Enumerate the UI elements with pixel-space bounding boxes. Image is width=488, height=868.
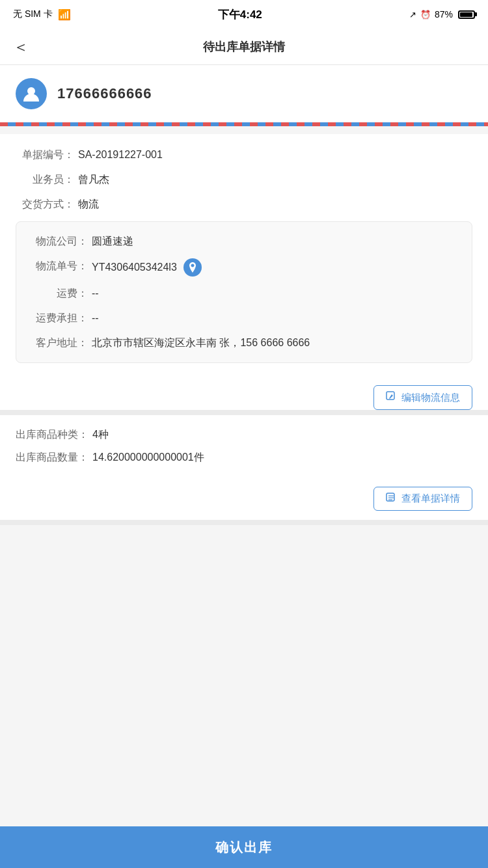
gray-separator <box>0 410 488 415</box>
alarm-icon: ⏰ <box>420 10 431 20</box>
view-detail-button[interactable]: 查看单据详情 <box>373 487 472 511</box>
agent-label: 业务员： <box>16 172 74 187</box>
freight-bear-row: 运费承担： -- <box>29 310 459 326</box>
address-label: 客户地址： <box>29 335 88 351</box>
location-icon: ↗ <box>409 10 416 20</box>
logistics-card: 物流公司： 圆通速递 物流单号： YT43064053424l3 运费： -- <box>16 221 472 363</box>
freight-value: -- <box>92 286 459 301</box>
agent-value: 曾凡杰 <box>78 172 472 187</box>
status-bar: 无 SIM 卡 📶 下午4:42 ↗ ⏰ 87% <box>0 0 488 29</box>
goods-quantity-row: 出库商品数量： 14.620000000000001件 <box>16 451 472 465</box>
edit-logistics-label: 编辑物流信息 <box>401 392 460 404</box>
logistics-company-label: 物流公司： <box>29 234 88 249</box>
freight-row: 运费： -- <box>29 286 459 301</box>
edit-btn-row: 编辑物流信息 <box>0 376 488 410</box>
nav-bar: ＜ 待出库单据详情 <box>0 29 488 65</box>
location-pin-icon[interactable] <box>183 258 202 277</box>
agent-row: 业务员： 曾凡杰 <box>16 172 472 187</box>
bottom-spacer <box>0 525 488 642</box>
battery-icon <box>458 10 475 19</box>
status-carrier: 无 SIM 卡 📶 <box>13 8 71 21</box>
document-info: 单据编号： SA-20191227-001 业务员： 曾凡杰 交货方式： 物流 … <box>0 134 488 376</box>
freight-label: 运费： <box>29 286 88 301</box>
page-title: 待出库单据详情 <box>203 39 285 55</box>
status-time: 下午4:42 <box>218 7 262 22</box>
freight-bear-value: -- <box>92 310 459 326</box>
edit-logistics-button[interactable]: 编辑物流信息 <box>373 385 472 410</box>
user-phone: 17666666666 <box>57 85 152 102</box>
view-detail-label: 查看单据详情 <box>401 493 460 505</box>
avatar <box>16 78 47 109</box>
doc-number-value: SA-20191227-001 <box>78 147 472 163</box>
address-value: 北京市市辖区海淀区永丰南 张，156 6666 6666 <box>92 335 459 351</box>
carrier-text: 无 SIM 卡 <box>13 8 53 20</box>
wifi-icon: 📶 <box>58 8 71 21</box>
confirm-label: 确认出库 <box>215 839 273 856</box>
confirm-button[interactable]: 确认出库 <box>0 826 488 868</box>
goods-types-row: 出库商品种类： 4种 <box>16 428 472 442</box>
delivery-value: 物流 <box>78 197 472 212</box>
doc-number-row: 单据编号： SA-20191227-001 <box>16 147 472 163</box>
gray-separator-2 <box>0 520 488 525</box>
freight-bear-label: 运费承担： <box>29 310 88 326</box>
status-right: ↗ ⏰ 87% <box>409 9 475 20</box>
goods-types-label: 出库商品种类： <box>16 428 88 442</box>
dashed-divider <box>0 122 488 126</box>
address-row: 客户地址： 北京市市辖区海淀区永丰南 张，156 6666 6666 <box>29 335 459 351</box>
back-button[interactable]: ＜ <box>13 36 29 57</box>
battery-percent: 87% <box>435 9 453 20</box>
delivery-label: 交货方式： <box>16 197 74 212</box>
logistics-tracking-value: YT43064053424l3 <box>92 258 459 277</box>
logistics-tracking-label: 物流单号： <box>29 258 88 274</box>
user-card: 17666666666 <box>0 65 488 122</box>
logistics-company-row: 物流公司： 圆通速递 <box>29 234 459 249</box>
logistics-tracking-row: 物流单号： YT43064053424l3 <box>29 258 459 277</box>
goods-quantity-value: 14.620000000000001件 <box>92 451 472 465</box>
doc-number-label: 单据编号： <box>16 147 74 163</box>
goods-quantity-label: 出库商品数量： <box>16 451 88 465</box>
logistics-company-value: 圆通速递 <box>92 234 459 249</box>
edit-icon <box>386 391 396 404</box>
svg-rect-1 <box>386 392 394 400</box>
delivery-row: 交货方式： 物流 <box>16 197 472 212</box>
goods-section: 出库商品种类： 4种 出库商品数量： 14.620000000000001件 <box>0 415 488 478</box>
detail-icon <box>386 493 396 505</box>
goods-types-value: 4种 <box>92 428 472 442</box>
detail-btn-row: 查看单据详情 <box>0 478 488 520</box>
